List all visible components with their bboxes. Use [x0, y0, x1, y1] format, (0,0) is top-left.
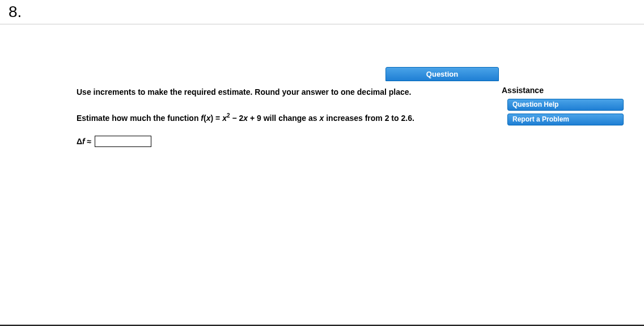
approx-symbol: ≈: [85, 137, 92, 146]
fn-x1: x: [206, 114, 211, 123]
question-help-button[interactable]: Question Help: [507, 99, 624, 111]
estimate-middle: will change as: [261, 114, 320, 123]
prompt-text: Use increments to make the required esti…: [77, 86, 485, 98]
minus-term: − 2: [230, 114, 244, 123]
assistance-heading: Assistance: [502, 86, 626, 95]
estimate-prefix: Estimate how much the function: [77, 114, 201, 123]
question-tab[interactable]: Question: [385, 67, 499, 81]
report-problem-button[interactable]: Report a Problem: [507, 114, 624, 125]
fn-x2: x: [222, 114, 227, 123]
eq: =: [213, 114, 222, 123]
answer-row: Δf ≈: [77, 136, 621, 147]
bottom-border: [0, 325, 644, 326]
plus-term: + 9: [248, 114, 261, 123]
fn-x3: x: [243, 114, 248, 123]
estimate-suffix: increases from 2 to 2.6.: [324, 114, 414, 123]
assistance-panel: Assistance Question Help Report a Proble…: [502, 86, 626, 128]
answer-input[interactable]: [95, 136, 151, 147]
delta-symbol: Δ: [77, 137, 82, 146]
question-number: 8.: [9, 3, 22, 21]
content-area: Question Use increments to make the requ…: [77, 68, 621, 147]
answer-label: Δf ≈: [77, 137, 91, 146]
header-divider: [0, 24, 644, 24]
estimate-text: Estimate how much the function f(x) = x2…: [77, 111, 485, 124]
